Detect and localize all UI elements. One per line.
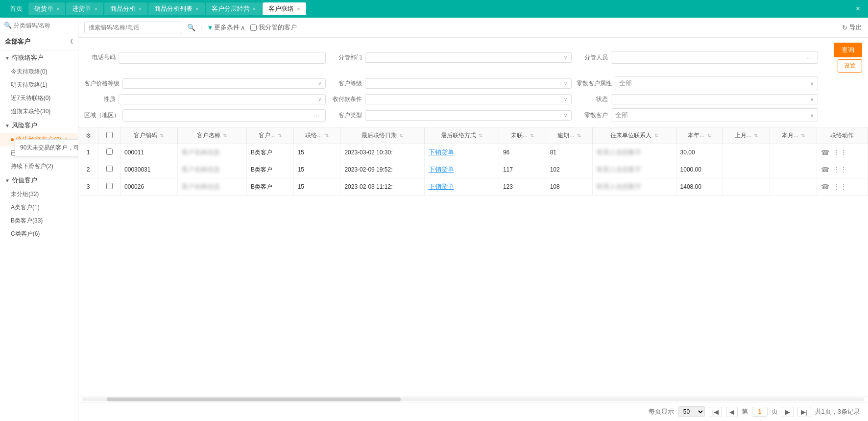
col-overdue[interactable]: 逾期... ⇅ [546,127,593,144]
prev-page-btn[interactable]: ◀ [726,407,738,417]
sidebar-item-2-3[interactable]: C类客户(6) [0,227,78,241]
sidebar-section-1[interactable]: ▼风险客户 [0,118,78,133]
sidebar-section-0[interactable]: ▼待联络客户 [0,50,78,65]
manager-select[interactable]: ··· [611,51,818,64]
sidebar-search-input[interactable] [14,22,78,29]
region-ellipsis[interactable]: ··· [312,112,321,119]
last-method-link[interactable]: 下销货单 [429,149,454,156]
status-select[interactable]: ∨ [611,94,818,104]
nav-tab-销货单[interactable]: 销货单× [28,2,65,15]
row-last-method[interactable]: 下销货单 [424,178,499,196]
table-row: 2 00030031 客户名称信息 B类客户 15 2023-02-09 19:… [78,161,868,178]
cust-level-select[interactable]: ∨ [365,78,572,89]
last-method-link[interactable]: 下销货单 [429,166,454,173]
nav-tab-进货单[interactable]: 进货单× [66,2,103,15]
price-level-select[interactable]: ∨ [122,78,326,89]
row-this-year: 1000.00 [676,161,723,178]
col-code[interactable]: 客户编码 ⇅ [121,127,178,144]
row-last-method[interactable]: 下销货单 [424,161,499,178]
sidebar-all-header[interactable]: 全部客户 《 [0,33,78,50]
row-this-year: 30.00 [676,144,723,161]
next-page-btn[interactable]: ▶ [782,407,794,417]
col-type[interactable]: 客户... ⇅ [246,127,293,144]
cust-type-select[interactable]: ∨ [365,110,572,121]
search-input[interactable] [84,22,182,33]
sidebar-item-2-0[interactable]: 未分组(32) [0,188,78,201]
close-tab-icon[interactable]: × [56,6,59,12]
row-last-method[interactable]: 下销货单 [424,144,499,161]
sidebar-item-2-2[interactable]: B类客户(33) [0,214,78,227]
contact-icon[interactable]: ☎ [821,183,829,191]
sidebar-item-1-2[interactable]: 持续下滑客户(2) [0,160,78,173]
section-arrow: ▼ [5,123,10,128]
export-btn[interactable]: ↻ 导出 [842,23,862,32]
row-checkbox[interactable] [106,149,113,155]
more-action-icon[interactable]: ⋮⋮ [833,149,847,156]
contact-icon[interactable]: ☎ [821,166,829,173]
col-last-method[interactable]: 最后联络方式 ⇅ [424,127,499,144]
more-action-icon[interactable]: ⋮⋮ [833,183,847,191]
row-checkbox[interactable] [106,183,113,189]
blurred-contact2: 联系人信息数字 [597,149,641,156]
retail-cust-select[interactable]: 全部 ∨ [611,108,818,122]
payment-select[interactable]: ∨ [365,94,572,104]
action-icons: ☎ ⋮⋮ [821,149,864,156]
sidebar-item-0-2[interactable]: 近7天待联络(0) [0,92,78,105]
close-window-icon[interactable]: × [852,4,864,13]
col-last-month[interactable]: 上月... ⇅ [723,127,770,144]
nav-tab-客户联络[interactable]: 客户联络× [263,2,306,15]
sidebar-collapse-icon[interactable]: 《 [67,38,73,46]
retail-attr-field: 零散客户属性 全部 ∨ [577,76,818,90]
sidebar-section-2[interactable]: ▼价值客户 [0,173,78,188]
sidebar-item-2-1[interactable]: A类客户(1) [0,201,78,214]
more-conditions-btn[interactable]: ▼ 更多条件 ∧ [207,23,245,32]
nature-select[interactable]: ∨ [119,94,326,104]
nav-tab-客户分层经营[interactable]: 客户分层经营× [206,2,262,15]
col-last-date[interactable]: 最后联络日期 ⇅ [340,127,424,144]
sidebar-item-0-3[interactable]: 逾期未联络(30) [0,105,78,118]
nav-tab-商品分析[interactable]: 商品分析× [104,2,147,15]
close-tab-icon[interactable]: × [195,6,198,12]
first-page-btn[interactable]: |◀ [709,407,722,417]
phone-input[interactable] [119,52,326,64]
my-customers-check[interactable] [250,25,257,31]
cust-level-field: 客户等级 ∨ [331,78,572,89]
nav-tab-商品分析列表[interactable]: 商品分析列表× [148,2,204,15]
dept-select[interactable]: ∨ [365,52,572,63]
col-not-contacted[interactable]: 未联... ⇅ [499,127,546,144]
col-settings[interactable]: ⚙ [78,127,98,144]
col-this-month[interactable]: 本月... ⇅ [770,127,817,144]
col-name[interactable]: 客户名称 ⇅ [177,127,246,144]
query-btn[interactable]: 查询 [834,43,862,57]
retail-attr-select[interactable]: 全部 ∨ [615,76,818,90]
last-page-btn[interactable]: ▶| [797,407,811,417]
bottom-scrollbar[interactable] [78,396,868,402]
contact-icon[interactable]: ☎ [821,149,829,156]
scrollbar-track[interactable] [82,397,864,401]
per-page-select[interactable]: 50 100 [678,406,705,417]
my-customers-checkbox[interactable]: 我分管的客户 [250,23,297,32]
close-tab-icon[interactable]: × [253,6,256,12]
nav-home[interactable]: 首页 [4,2,28,15]
sidebar-item-0-1[interactable]: 明天待联络(1) [0,78,78,92]
setting-btn[interactable]: 设置 [838,59,862,73]
page-input[interactable] [752,407,768,417]
close-tab-icon[interactable]: × [139,6,142,12]
more-action-icon[interactable]: ⋮⋮ [833,166,847,173]
manager-ellipsis[interactable]: ··· [804,54,814,61]
region-select[interactable]: ··· [122,109,326,122]
col-this-year[interactable]: 本年... ⇅ [676,127,723,144]
last-method-link[interactable]: 下销货单 [429,183,454,190]
scrollbar-thumb[interactable] [107,397,401,401]
col-contact[interactable]: 联络... ⇅ [293,127,340,144]
close-tab-icon[interactable]: × [94,6,97,12]
retail-attr-chevron: ∨ [810,81,814,86]
cust-type-field: 客户类型 ∨ [331,110,572,121]
close-tab-icon[interactable]: × [297,6,300,12]
select-all-checkbox[interactable] [106,132,113,138]
search-icon[interactable]: 🔍 [187,24,195,31]
filter-bar: 🔍 | ▼ 更多条件 ∧ 我分管的客户 ↻ 导出 [78,18,868,38]
row-checkbox[interactable] [106,166,113,172]
col-contact2[interactable]: 往来单位联系人 ⇅ [593,127,676,144]
sidebar-item-0-0[interactable]: 今天待联络(0) [0,65,78,78]
